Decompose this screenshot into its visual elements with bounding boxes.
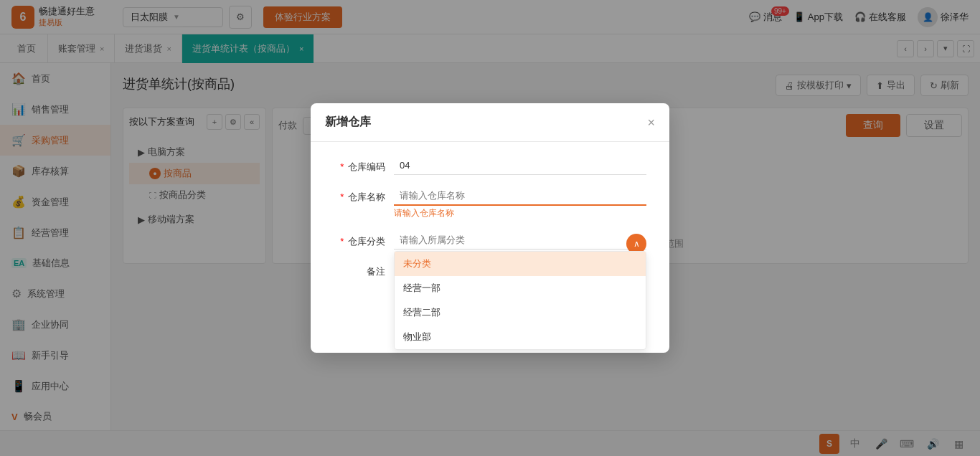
dialog-close-button[interactable]: × (647, 116, 655, 129)
dialog-body: * 仓库编码 * 仓库名称 请输入仓库名称 (311, 142, 669, 305)
dropdown-option-3[interactable]: 物业部 (395, 325, 646, 349)
warehouse-name-row: * 仓库名称 请输入仓库名称 (334, 186, 646, 219)
dropdown-option-0[interactable]: 未分类 (395, 252, 646, 276)
dialog-overlay: 新增仓库 × * 仓库编码 * 仓库名称 (0, 0, 980, 456)
warehouse-code-label: * 仓库编码 (334, 156, 385, 174)
dropdown-option-1[interactable]: 经营一部 (395, 276, 646, 300)
new-warehouse-dialog: 新增仓库 × * 仓库编码 * 仓库名称 (311, 103, 669, 353)
warehouse-code-row: * 仓库编码 (334, 156, 646, 175)
warehouse-name-label: * 仓库名称 (334, 186, 385, 204)
warehouse-note-label: 备注 (334, 261, 385, 278)
required-star-name: * (340, 191, 344, 202)
warehouse-code-field (394, 156, 646, 175)
warehouse-code-input[interactable] (394, 156, 646, 175)
warehouse-category-input[interactable] (394, 231, 646, 250)
warehouse-name-input[interactable] (394, 186, 646, 206)
warehouse-name-error: 请输入仓库名称 (394, 207, 646, 219)
dropdown-option-2[interactable]: 经营二部 (395, 300, 646, 325)
category-dropdown-list: 未分类 经营一部 经营二部 物业部 (394, 251, 646, 350)
category-select-wrapper: ∧ (394, 231, 646, 250)
dialog-header: 新增仓库 × (311, 103, 669, 142)
warehouse-category-field: ∧ 未分类 经营一部 经营二部 物业部 (394, 231, 646, 250)
dialog-title: 新增仓库 (325, 115, 371, 130)
required-star-code: * (340, 161, 344, 172)
warehouse-category-label: * 仓库分类 (334, 231, 385, 248)
warehouse-category-row: * 仓库分类 ∧ 未分类 经营一部 经营二部 物业部 (334, 231, 646, 250)
warehouse-name-field: 请输入仓库名称 (394, 186, 646, 219)
required-star-category: * (340, 236, 344, 247)
